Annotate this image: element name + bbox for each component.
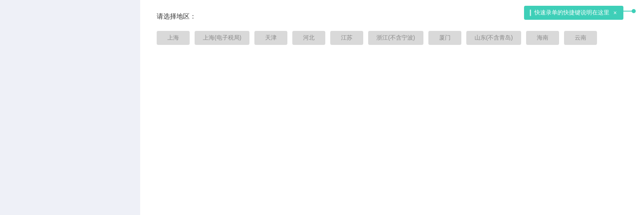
sidebar — [0, 0, 140, 215]
tooltip-banner: 快速录单的快捷键说明在这里 × — [524, 6, 623, 20]
region-btn-tianjin[interactable]: 天津 — [254, 31, 287, 45]
region-buttons-container: 上海上海(电子税局)天津河北江苏浙江(不含宁波)厦门山东(不含青岛)海南云南 — [157, 31, 628, 45]
connector-line — [623, 11, 632, 12]
region-btn-shanghai[interactable]: 上海 — [157, 31, 190, 45]
region-btn-shanghai-etax[interactable]: 上海(电子税局) — [195, 31, 249, 45]
region-btn-shandong[interactable]: 山东(不含青岛) — [466, 31, 521, 45]
connector-dot — [632, 9, 636, 13]
region-btn-jiangsu[interactable]: 江苏 — [330, 31, 363, 45]
region-btn-hebei[interactable]: 河北 — [292, 31, 325, 45]
tooltip-close-button[interactable]: × — [613, 10, 618, 16]
region-btn-hainan[interactable]: 海南 — [526, 31, 559, 45]
region-btn-yunnan[interactable]: 云南 — [564, 31, 597, 45]
region-btn-zhejiang[interactable]: 浙江(不含宁波) — [368, 31, 423, 45]
region-btn-xiamen[interactable]: 厦门 — [428, 31, 461, 45]
tooltip-text: 快速录单的快捷键说明在这里 — [534, 9, 609, 16]
main-content: 请选择地区： 上海上海(电子税局)天津河北江苏浙江(不含宁波)厦门山东(不含青岛… — [140, 0, 644, 215]
